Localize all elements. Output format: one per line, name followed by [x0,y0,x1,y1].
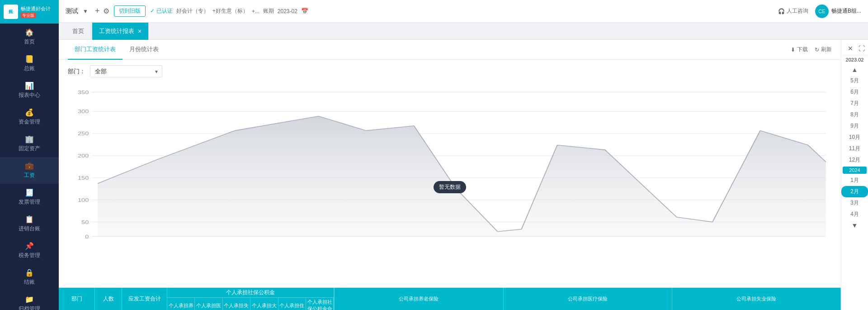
logo-text: 畅捷通好会计 专业版 [21,5,51,19]
sales-icon: 📋 [25,215,34,224]
sidebar-item-home[interactable]: 🏠 首页 [0,24,59,50]
th-count: 人数 [95,288,122,310]
sidebar-item-reports[interactable]: 📊 报表中心 [0,77,59,104]
topbar: 测试 ▼ + ⚙ 切到旧版 ✓ 已认证 好会计（专） +好生意（标） +... … [59,0,868,23]
tab-salary-report[interactable]: 工资统计报表 × [92,23,149,40]
svg-text:100: 100 [78,197,89,203]
th-personal-group-title: 个人承担社保公积金 [167,288,334,298]
month-4[interactable]: 4月 [841,209,868,220]
logo-icon: 账 [4,5,18,19]
sidebar-item-archive[interactable]: 📁 归档管理 [0,291,59,310]
gear-icon[interactable]: ⚙ [103,7,109,15]
expand-panel-icon[interactable]: ⛶ [857,44,866,53]
year-label: 2023.02 [841,55,868,64]
dept-select-wrapper: 全部 财务部 技术部 销售部 人事部 [90,65,162,77]
th-personal-housing-fund: 个人承担住房公积金 [278,298,306,310]
month-9[interactable]: 9月 [841,120,868,132]
sidebar-item-invoice[interactable]: 🧾 发票管理 [0,184,59,210]
th-company-unemployment: 公司承担失业保险 [672,288,841,310]
chart-tooltip: 暂无数据 [434,181,466,193]
month-10[interactable]: 10月 [841,132,868,143]
subtab-actions: ⬇ 下载 ↻ 刷新 [791,46,832,53]
subtab-bar: 部门工资统计表 月份统计表 ⬇ 下载 ↻ 刷新 [59,40,841,60]
svg-text:150: 150 [78,175,89,181]
month-6[interactable]: 6月 [841,86,868,98]
salary-icon: 💼 [25,162,34,170]
tabbar: 首页 工资统计报表 × [59,23,868,40]
th-personal-pension: 个人承担养老保险 [167,298,195,310]
subtab-month[interactable]: 月份统计表 [123,40,165,60]
prev-year-button[interactable]: ▲ [849,64,860,75]
home-icon: 🏠 [25,28,34,37]
add-icon[interactable]: + [95,6,100,16]
switch-mode-button[interactable]: 切到旧版 [114,5,146,17]
headset-icon: 🎧 [778,8,785,14]
th-personal-unemployment: 个人承担失业保险 [223,298,250,310]
th-personal-group: 个人承担社保公积金 个人承担养老保险 个人承担医疗保险 个人承担失业保险 个人承… [167,288,334,310]
th-dept: 部门 [59,288,95,310]
chart-container: 350 300 250 200 150 100 50 0 [68,87,832,283]
sidebar-item-sales[interactable]: 📋 进销台账 [0,210,59,237]
dept-select[interactable]: 全部 财务部 技术部 销售部 人事部 [90,65,162,77]
sidebar-item-assets[interactable]: 🏢 固定资产 [0,130,59,157]
avatar: CE [815,5,829,18]
main-content: 测试 ▼ + ⚙ 切到旧版 ✓ 已认证 好会计（专） +好生意（标） +... … [59,0,868,310]
tax-icon: 📌 [25,242,34,250]
month-2-active[interactable]: 2月 [841,186,868,197]
archive-icon: 📁 [25,295,34,304]
sidebar-item-salary[interactable]: 💼 工资 [0,157,59,184]
calendar-icon[interactable]: 📅 [301,8,308,14]
content-main: 部门工资统计表 月份统计表 ⬇ 下载 ↻ 刷新 [59,40,841,310]
good-accounting-badge: 好会计（专） [176,7,209,15]
company-dropdown[interactable]: ▼ [83,8,88,14]
subtabs: 部门工资统计表 月份统计表 [68,40,165,59]
more-badge: +... [252,8,259,14]
refresh-icon: ↻ [815,47,819,53]
panel-top: ✕ ⛶ [841,42,868,55]
subtab-dept[interactable]: 部门工资统计表 [68,40,123,60]
month-1[interactable]: 1月 [841,175,868,186]
month-7[interactable]: 7月 [841,98,868,109]
month-5[interactable]: 5月 [841,75,868,86]
topbar-actions: + ⚙ [95,6,110,16]
month-12[interactable]: 12月 [841,154,868,166]
sidebar-item-funds[interactable]: 💰 资金管理 [0,104,59,130]
svg-text:200: 200 [78,153,89,158]
funds-icon: 💰 [25,108,34,117]
svg-text:50: 50 [81,219,89,225]
month-8[interactable]: 8月 [841,109,868,120]
tab-close-icon[interactable]: × [138,28,142,35]
period-value: 2023-02 [278,8,297,14]
right-panel: ✕ ⛶ 2023.02 ▲ 5月 6月 7月 8月 9月 10月 11月 12月… [841,40,868,310]
svg-text:0: 0 [85,234,89,239]
next-year-button[interactable]: ▼ [849,220,860,231]
th-company-medical: 公司承担医疗保险 [504,288,672,310]
ledger-icon: 📒 [25,55,34,63]
svg-text:350: 350 [78,89,89,95]
sidebar-nav: 🏠 首页 📒 总账 📊 报表中心 💰 资金管理 🏢 固定资产 💼 工资 🧾 发票… [0,24,59,310]
assets-icon: 🏢 [25,135,34,143]
service-button[interactable]: 🎧 人工咨询 [778,7,808,15]
invoice-icon: 🧾 [25,188,34,197]
refresh-button[interactable]: ↻ 刷新 [815,46,832,53]
sidebar-item-close[interactable]: 🔒 结账 [0,264,59,291]
month-3[interactable]: 3月 [841,197,868,209]
sidebar: 账 畅捷通好会计 专业版 🏠 首页 📒 总账 📊 报表中心 💰 资金管理 🏢 固… [0,0,59,310]
download-button[interactable]: ⬇ 下载 [791,46,808,53]
close-panel-icon[interactable]: ✕ [846,44,855,53]
th-personal-major-medical: 个人承担大额医疗 [250,298,278,310]
salary-chart: 350 300 250 200 150 100 50 0 [68,87,832,241]
th-personal-medical: 个人承担医疗保险 [195,298,222,310]
download-icon: ⬇ [791,47,795,53]
sidebar-item-tax[interactable]: 📌 税务管理 [0,237,59,264]
month-11[interactable]: 11月 [841,143,868,154]
sidebar-item-ledger[interactable]: 📒 总账 [0,50,59,77]
th-personal-total: 个人承担社保公积金合计 [306,298,334,310]
app-logo: 账 畅捷通好会计 专业版 [0,0,59,24]
user-name[interactable]: 畅捷通B组... [831,7,861,15]
tab-home[interactable]: 首页 [66,23,91,40]
user-area: CE 畅捷通B组... [815,5,861,18]
svg-text:300: 300 [78,109,89,114]
table-header: 部门 人数 应发工资合计 个人承担社保公积金 个人承担养老保险 个人承担医疗保险… [59,287,841,310]
th-total-salary: 应发工资合计 [122,288,167,310]
